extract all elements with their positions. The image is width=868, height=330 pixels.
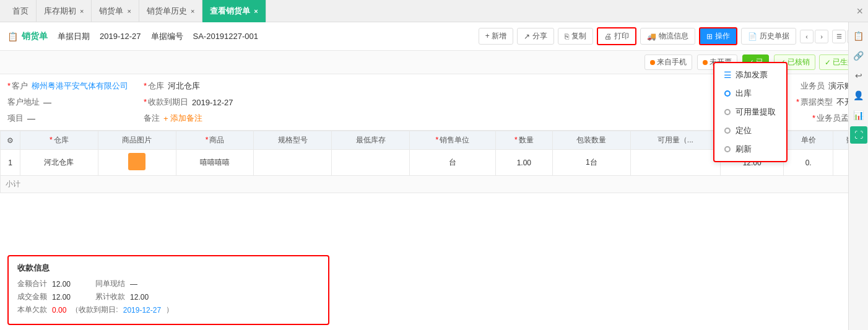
refresh-icon <box>723 145 732 154</box>
ticket-label: 票据类型 <box>796 97 833 108</box>
add-invoice-item[interactable]: ☰ 添加发票 <box>714 66 786 84</box>
info-row-3: 本单欠款 0.00 （收款到期日: 2019-12-27 ） <box>17 305 319 315</box>
deal-value: 12.00 <box>52 293 71 302</box>
payment-info-title: 收款信息 <box>17 263 319 274</box>
history-button[interactable]: 📄 历史单据 <box>741 28 796 45</box>
col-unit-price: 单价 <box>784 131 833 150</box>
copy-button[interactable]: ⎘ 复制 <box>558 28 593 45</box>
tab-view-close[interactable]: × <box>254 7 258 15</box>
from-phone-button[interactable]: 来自手机 <box>644 54 692 70</box>
address-field: 客户地址 — <box>7 97 131 108</box>
row-spec <box>254 150 332 176</box>
payment-date-field: 收款到期日 2019-12-27 <box>144 97 267 108</box>
row-product: 嘻嘻嘻嘻 <box>176 150 254 176</box>
tab-history-close[interactable]: × <box>191 7 194 15</box>
phone-dot <box>650 60 655 65</box>
refresh-label: 刷新 <box>736 144 752 155</box>
available-qty-label: 可用量提取 <box>736 106 776 118</box>
tab-view-sales[interactable]: 查看销货单 × <box>202 0 266 22</box>
col-pkg-qty: 包装数量 <box>552 131 630 150</box>
col-available: 可用量（... <box>630 131 720 150</box>
add-note-button[interactable]: + 添加备注 <box>163 113 202 124</box>
prev-button[interactable]: ‹ <box>800 30 814 43</box>
tab-view-label: 查看销货单 <box>210 6 250 17</box>
sidebar-icon-return[interactable]: ↩ <box>850 67 867 84</box>
refresh-item[interactable]: 刷新 <box>714 140 786 158</box>
tab-home[interactable]: 首页 <box>5 0 37 22</box>
address-label: 客户地址 <box>7 97 40 108</box>
locate-item[interactable]: 定位 <box>714 121 786 140</box>
sidebar-icon-user[interactable]: 👤 <box>850 87 867 104</box>
project-field: 项目 — <box>7 113 131 124</box>
form-title-text: 销货单 <box>22 31 48 42</box>
sidebar-icon-expand[interactable]: ⛶ <box>850 126 867 144</box>
customer-field: 客户 柳州粤港平安气体有限公司 <box>7 80 131 92</box>
arrears-date: 2019-12-27 <box>123 306 161 315</box>
arrears-end: ） <box>166 305 173 315</box>
col-qty: 数量 <box>495 131 552 150</box>
warehouse-field: 仓库 河北仓库 <box>144 80 267 92</box>
sidebar-icon-link[interactable]: 🔗 <box>850 47 867 64</box>
col-product-img: 商品图片 <box>98 131 176 150</box>
plus-icon: + <box>163 114 168 123</box>
out-warehouse-label: 出库 <box>736 88 752 99</box>
list-view-button[interactable]: ☰ <box>832 30 846 43</box>
out-warehouse-icon <box>723 89 732 98</box>
tab-inventory-init[interactable]: 库存期初 × <box>37 0 92 22</box>
right-sidebar: 📋 🔗 ↩ 👤 📊 ⛶ <box>848 22 868 330</box>
new-button[interactable]: + 新增 <box>479 28 513 45</box>
tab-inventory-label: 库存期初 <box>44 6 76 17</box>
share-icon: ↗ <box>524 32 530 41</box>
form-icon: 📋 <box>7 32 18 41</box>
tab-sales-close[interactable]: × <box>127 7 131 15</box>
ticket-dot <box>703 60 708 65</box>
deal-label: 成交金额 <box>17 292 47 302</box>
window-close-button[interactable]: × <box>856 4 863 17</box>
out-warehouse-item[interactable]: 出库 <box>714 84 786 103</box>
tab-history-label: 销货单历史 <box>147 6 187 17</box>
row-available <box>630 150 720 176</box>
nav-arrows: ‹ › <box>800 30 828 43</box>
logistics-button[interactable]: 🚚 物流信息 <box>640 28 695 45</box>
available-qty-item[interactable]: 可用量提取 <box>714 103 786 121</box>
arrears-item: 本单欠款 0.00 （收款到期日: 2019-12-27 ） <box>17 305 173 315</box>
col-unit: 销售单位 <box>409 131 495 150</box>
add-invoice-icon: ☰ <box>723 71 732 79</box>
effect-icon: ✓ <box>825 58 831 67</box>
tab-sales-label: 销货单 <box>99 6 123 17</box>
operations-button[interactable]: ⊞ 操作 <box>699 27 737 45</box>
share-button[interactable]: ↗ 分享 <box>517 28 554 45</box>
address-value: — <box>43 98 51 107</box>
settlement-value: — <box>130 280 137 289</box>
next-button[interactable]: › <box>815 30 828 43</box>
col-settings[interactable]: ⚙ <box>1 131 20 150</box>
tab-sales-order[interactable]: 销货单 × <box>92 0 139 22</box>
product-thumbnail <box>128 153 145 170</box>
locate-label: 定位 <box>736 125 752 136</box>
tab-sales-history[interactable]: 销货单历史 × <box>139 0 202 22</box>
history-icon: 📄 <box>748 32 757 41</box>
arrears-label: 本单欠款 <box>17 305 47 315</box>
row-unit-price: 0. <box>784 150 833 176</box>
info-row-1: 金额合计 12.00 同单现结 — <box>17 279 319 289</box>
tab-inventory-close[interactable]: × <box>80 7 84 15</box>
cumulative-item: 累计收款 12.00 <box>95 292 149 302</box>
staff-label: 业务员 <box>801 80 825 92</box>
sidebar-icon-document[interactable]: 📋 <box>850 27 867 45</box>
settings-icon[interactable]: ⚙ <box>7 136 14 145</box>
total-label: 金额合计 <box>17 279 47 289</box>
sidebar-icon-chart[interactable]: 📊 <box>850 106 867 124</box>
subtotal-label: 小计 <box>1 176 868 193</box>
col-product: 商品 <box>176 131 254 150</box>
project-value: — <box>27 114 35 123</box>
note-field: 备注 + 添加备注 <box>144 113 267 124</box>
col-min-stock: 最低库存 <box>332 131 410 150</box>
tab-bar: 首页 库存期初 × 销货单 × 销货单历史 × 查看销货单 × × <box>0 0 868 22</box>
available-qty-icon <box>723 108 732 116</box>
deal-item: 成交金额 12.00 <box>17 292 71 302</box>
row-unit: 台 <box>409 150 495 176</box>
info-row-2: 成交金额 12.00 累计收款 12.00 <box>17 292 319 302</box>
print-button[interactable]: 🖨 打印 <box>597 27 636 45</box>
payment-date-label: 收款到期日 <box>144 97 188 108</box>
date-value: 2019-12-27 <box>100 32 141 41</box>
